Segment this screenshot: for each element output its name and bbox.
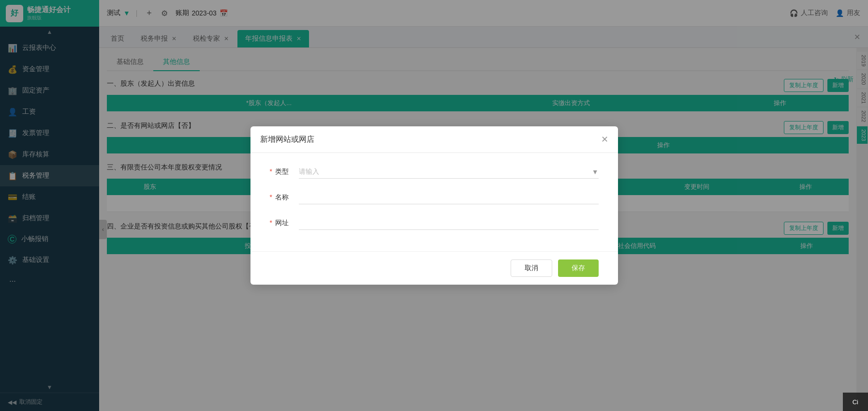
type-required-mark: * bbox=[270, 167, 272, 175]
form-field-name: * 名称 bbox=[270, 190, 599, 204]
type-label: * 类型 bbox=[270, 167, 299, 176]
dialog-overlay: 新增网站或网店 ✕ * 类型 ▼ * 名称 bbox=[0, 0, 868, 411]
url-required-mark: * bbox=[270, 219, 272, 227]
form-field-url: * 网址 bbox=[270, 216, 599, 230]
cancel-button[interactable]: 取消 bbox=[511, 259, 552, 277]
dialog-add-website: 新增网站或网店 ✕ * 类型 ▼ * 名称 bbox=[250, 126, 618, 285]
dialog-title: 新增网站或网店 bbox=[260, 135, 314, 145]
url-label: * 网址 bbox=[270, 219, 299, 228]
url-input-wrap bbox=[299, 216, 599, 230]
name-label: * 名称 bbox=[270, 193, 299, 202]
dialog-footer: 取消 保存 bbox=[250, 251, 618, 285]
type-input[interactable] bbox=[299, 165, 599, 179]
type-label-text: 类型 bbox=[275, 167, 289, 175]
name-input-wrap bbox=[299, 190, 599, 204]
bottom-bar: Ci bbox=[843, 393, 868, 411]
type-input-wrap: ▼ bbox=[299, 165, 599, 179]
url-input[interactable] bbox=[299, 216, 599, 230]
form-field-type: * 类型 ▼ bbox=[270, 165, 599, 179]
name-required-mark: * bbox=[270, 193, 272, 201]
dialog-close-btn[interactable]: ✕ bbox=[601, 134, 608, 145]
url-label-text: 网址 bbox=[275, 219, 289, 227]
name-label-text: 名称 bbox=[275, 193, 289, 201]
save-button[interactable]: 保存 bbox=[558, 259, 599, 277]
type-dropdown-icon: ▼ bbox=[592, 168, 599, 176]
dialog-body: * 类型 ▼ * 名称 * bbox=[250, 153, 618, 251]
name-input[interactable] bbox=[299, 190, 599, 204]
dialog-header: 新增网站或网店 ✕ bbox=[250, 126, 618, 153]
bottom-bar-text: Ci bbox=[853, 398, 858, 406]
